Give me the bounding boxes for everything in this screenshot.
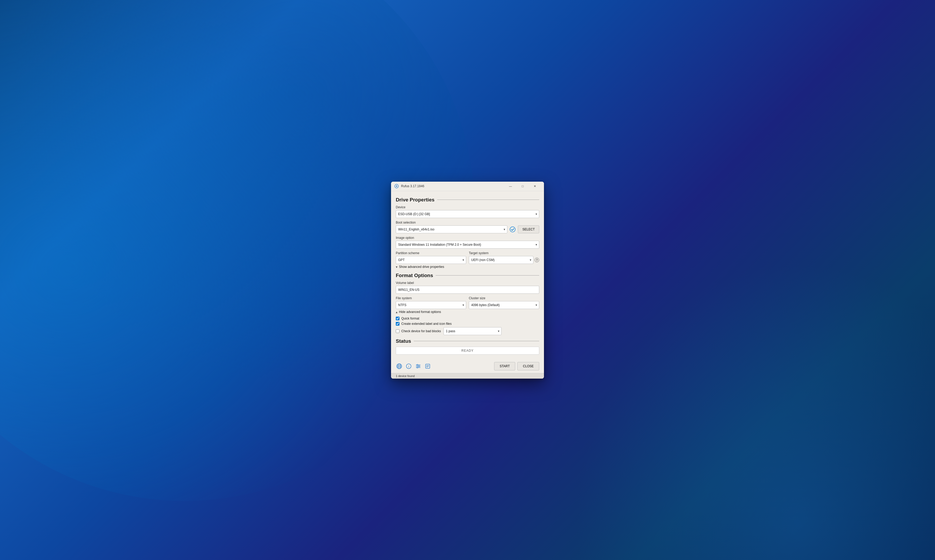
- quick-format-row: Quick format: [396, 317, 539, 320]
- titlebar: Rufus 3.17.1846 — □ ✕: [391, 182, 544, 191]
- target-system-col: Target system UEFI (non CSM) ?: [469, 251, 539, 264]
- quick-format-label: Quick format: [401, 317, 419, 320]
- settings-icon[interactable]: [415, 363, 421, 370]
- target-system-label: Target system: [469, 251, 539, 255]
- bottom-bar: i: [391, 360, 544, 373]
- status-header: Status: [396, 338, 539, 344]
- main-content: Drive Properties Device ESD-USB (D:) [32…: [391, 191, 544, 360]
- partition-scheme-label: Partition scheme: [396, 251, 466, 255]
- target-system-select[interactable]: UEFI (non CSM): [469, 256, 534, 264]
- pass-select[interactable]: 1 pass: [443, 327, 501, 335]
- device-group: Device ESD-USB (D:) [32 GB]: [396, 205, 539, 218]
- boot-selection-select[interactable]: Win11_English_x64v1.iso: [396, 225, 507, 233]
- status-text: READY: [461, 349, 474, 352]
- boot-selection-row: Win11_English_x64v1.iso SELECT: [396, 225, 539, 233]
- format-options-line: [435, 275, 539, 275]
- log-icon[interactable]: [424, 363, 431, 370]
- start-button[interactable]: START: [494, 362, 515, 371]
- drive-properties-line: [437, 200, 539, 200]
- file-system-wrapper: NTFS: [396, 301, 466, 309]
- pass-select-wrapper: 1 pass: [443, 327, 501, 335]
- device-found-text: 1 device found: [396, 374, 415, 378]
- status-title: Status: [396, 338, 411, 344]
- window-title: Rufus 3.17.1846: [401, 184, 504, 188]
- target-system-help-button[interactable]: ?: [534, 258, 539, 262]
- statusbar-bottom: 1 device found: [391, 373, 544, 378]
- partition-target-row: Partition scheme GPT Target system UEFI …: [396, 251, 539, 264]
- volume-label-label: Volume label: [396, 281, 539, 285]
- show-advanced-drive-toggle[interactable]: ▾ Show advanced drive properties: [396, 264, 539, 270]
- minimize-button[interactable]: —: [504, 182, 517, 190]
- volume-label-input[interactable]: [396, 286, 539, 294]
- bad-blocks-row: Check device for bad blocks 1 pass: [396, 327, 539, 335]
- file-system-select[interactable]: NTFS: [396, 301, 466, 309]
- extended-label-label: Create extended label and icon files: [401, 322, 452, 326]
- svg-text:i: i: [408, 365, 409, 368]
- drive-properties-title: Drive Properties: [396, 197, 435, 203]
- info-icon[interactable]: i: [405, 363, 412, 370]
- partition-scheme-select[interactable]: GPT: [396, 256, 466, 264]
- image-option-select[interactable]: Standard Windows 11 Installation (TPM 2.…: [396, 241, 539, 249]
- device-label: Device: [396, 205, 539, 209]
- boot-selection-group: Boot selection Win11_English_x64v1.iso S…: [396, 221, 539, 233]
- select-button[interactable]: SELECT: [518, 225, 539, 233]
- bad-blocks-check-wrapper: Check device for bad blocks: [396, 329, 441, 333]
- app-icon: [394, 184, 399, 189]
- format-options-title: Format Options: [396, 272, 433, 278]
- bad-blocks-label: Check device for bad blocks: [401, 329, 441, 333]
- cluster-size-wrapper: 4096 bytes (Default): [469, 301, 539, 309]
- status-line: [414, 341, 539, 341]
- filesystem-cluster-row: File system NTFS Cluster size 4096 bytes…: [396, 296, 539, 309]
- maximize-button[interactable]: □: [517, 182, 529, 190]
- cluster-size-col: Cluster size 4096 bytes (Default): [469, 296, 539, 309]
- file-system-col: File system NTFS: [396, 296, 466, 309]
- bad-blocks-checkbox[interactable]: [396, 329, 400, 333]
- file-system-label: File system: [396, 296, 466, 300]
- cluster-size-select[interactable]: 4096 bytes (Default): [469, 301, 539, 309]
- target-system-wrapper: UEFI (non CSM): [469, 256, 534, 264]
- partition-scheme-col: Partition scheme GPT: [396, 251, 466, 264]
- partition-scheme-wrapper: GPT: [396, 256, 466, 264]
- format-options-header: Format Options: [396, 272, 539, 278]
- image-option-group: Image option Standard Windows 11 Install…: [396, 236, 539, 249]
- drive-properties-header: Drive Properties: [396, 197, 539, 203]
- hide-advanced-format-label: Hide advanced format options: [399, 310, 441, 314]
- image-option-label: Image option: [396, 236, 539, 240]
- bottom-icons: i: [396, 363, 492, 370]
- svg-point-1: [510, 227, 515, 232]
- language-icon[interactable]: [396, 363, 403, 370]
- hide-advanced-format-toggle[interactable]: ▴ Hide advanced format options: [396, 309, 539, 315]
- extended-label-checkbox[interactable]: [396, 322, 400, 326]
- device-select-wrapper: ESD-USB (D:) [32 GB]: [396, 210, 539, 218]
- svg-point-14: [417, 367, 418, 368]
- rufus-window: Rufus 3.17.1846 — □ ✕ Drive Properties D…: [391, 182, 544, 378]
- window-close-button[interactable]: ✕: [529, 182, 541, 190]
- show-advanced-chevron-icon: ▾: [396, 265, 398, 269]
- quick-format-checkbox[interactable]: [396, 317, 400, 320]
- volume-label-group: Volume label: [396, 281, 539, 294]
- cluster-size-label: Cluster size: [469, 296, 539, 300]
- hide-advanced-chevron-icon: ▴: [396, 310, 398, 314]
- svg-point-12: [417, 365, 418, 365]
- status-bar: READY: [396, 347, 539, 355]
- svg-point-13: [418, 366, 420, 367]
- window-controls: — □ ✕: [504, 182, 541, 190]
- boot-select-wrapper: Win11_English_x64v1.iso: [396, 225, 507, 233]
- extended-label-row: Create extended label and icon files: [396, 322, 539, 326]
- image-option-select-wrapper: Standard Windows 11 Installation (TPM 2.…: [396, 241, 539, 249]
- device-select[interactable]: ESD-USB (D:) [32 GB]: [396, 210, 539, 218]
- boot-selection-label: Boot selection: [396, 221, 539, 225]
- close-button[interactable]: CLOSE: [517, 362, 539, 371]
- boot-check-icon: [509, 226, 516, 233]
- show-advanced-drive-label: Show advanced drive properties: [399, 265, 444, 269]
- target-system-row: UEFI (non CSM) ?: [469, 256, 539, 264]
